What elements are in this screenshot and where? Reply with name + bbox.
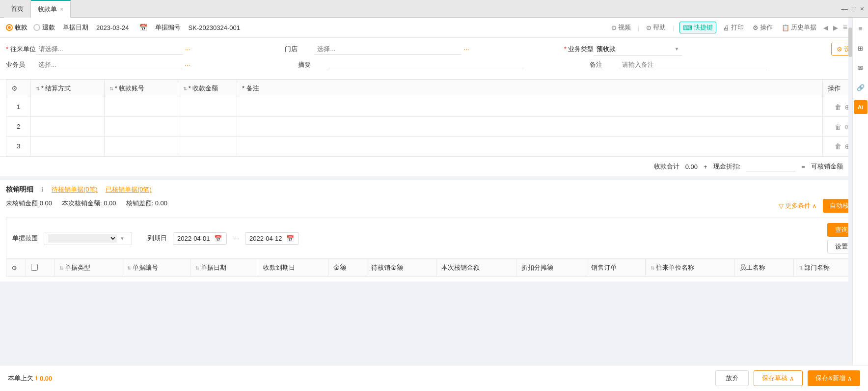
- row-1-settle[interactable]: [31, 97, 105, 117]
- col-header-settings[interactable]: ⚙: [6, 80, 31, 97]
- sidebar-icon-3-glyph: ✉: [858, 64, 863, 72]
- col-doc-no-label: 单据编号: [133, 264, 158, 271]
- counterparty-ellipsis[interactable]: ···: [185, 45, 191, 53]
- save-draft-button[interactable]: 保存草稿 ∧: [754, 370, 803, 386]
- col-employee-label: 员工名称: [740, 264, 765, 271]
- row-2-no: 2: [6, 117, 31, 137]
- operation-btn[interactable]: ⚙ 操作: [751, 22, 775, 33]
- row-3-no: 3: [6, 137, 31, 156]
- scrollbar-area[interactable]: [848, 18, 852, 391]
- table-gear-icon-2[interactable]: ⚙: [11, 264, 17, 272]
- sidebar-icon-4[interactable]: 🔗: [854, 81, 868, 94]
- save-new-button[interactable]: 保存&新增 ∧: [808, 370, 860, 386]
- end-date-calendar-icon[interactable]: 📅: [286, 235, 294, 242]
- sidebar-icon-3[interactable]: ✉: [854, 61, 868, 75]
- top-toolbar: 收款 退款 单据日期 2023-03-24 📅 单据编号 SK-20230324…: [0, 18, 868, 38]
- date-separator: —: [233, 235, 239, 242]
- video-btn[interactable]: ⊙ 视频: [609, 22, 633, 33]
- salesperson-input[interactable]: [35, 59, 183, 70]
- print-icon: 🖨: [723, 24, 730, 31]
- tab-collection-label: 收款单: [38, 5, 57, 14]
- print-label: 打印: [731, 23, 744, 32]
- view-list-icon[interactable]: ≡: [843, 23, 847, 32]
- start-date-calendar-icon[interactable]: 📅: [214, 235, 222, 242]
- calendar-icon[interactable]: 📅: [139, 24, 147, 31]
- scrollbar-thumb[interactable]: [848, 28, 852, 57]
- tab-close-icon[interactable]: ×: [60, 6, 63, 13]
- help-btn[interactable]: ⊙ 帮助: [644, 22, 668, 33]
- receipt-type-1[interactable]: 收款: [6, 23, 27, 32]
- diff-value: 0.00: [155, 199, 167, 207]
- nav-next-icon[interactable]: ▶: [833, 24, 838, 31]
- footer-info-icon[interactable]: ℹ: [35, 375, 38, 382]
- row-2-account[interactable]: [105, 117, 178, 137]
- select-all-checkbox[interactable]: [31, 264, 38, 271]
- salesperson-ellipsis[interactable]: ···: [185, 61, 190, 69]
- row-3-settle[interactable]: [31, 137, 105, 156]
- row-1-no: 1: [6, 97, 31, 117]
- this-time-label: 本次核销金额:: [62, 199, 102, 207]
- row-3-remark[interactable]: [237, 137, 823, 156]
- business-type-select[interactable]: 预收款 ▼: [594, 43, 682, 56]
- window-restore-icon[interactable]: □: [852, 5, 856, 13]
- sidebar-icon-2[interactable]: ⊞: [854, 41, 868, 55]
- footer-actions: 放弃 保存草稿 ∧ 保存&新增 ∧: [715, 370, 860, 386]
- business-type-label: 业务类型: [564, 45, 594, 54]
- table-area: ⚙ ⇅ * 结算方式 ⇅ * 收款账号 ⇅ * 收款金额: [0, 80, 868, 156]
- start-date-picker[interactable]: 2022-04-01 📅: [173, 232, 227, 245]
- summary-input[interactable]: [327, 59, 524, 70]
- row-3-account[interactable]: [105, 137, 178, 156]
- counterparty-field: 往来单位 ···: [6, 44, 265, 55]
- shortcut-btn[interactable]: ⌨ 快捷键: [679, 22, 716, 33]
- nav-prev-icon[interactable]: ◀: [823, 24, 828, 31]
- row-2-remark[interactable]: [237, 117, 823, 137]
- col-settle-label: * 结算方式: [41, 84, 71, 92]
- row-1-delete-icon[interactable]: 🗑: [835, 103, 841, 111]
- receipt-type-2[interactable]: 退款: [33, 23, 55, 32]
- abandon-button[interactable]: 放弃: [715, 370, 749, 386]
- col-header-remark: * 备注: [237, 80, 823, 97]
- done-tab-link[interactable]: 已核销单据(0笔): [106, 185, 152, 194]
- range-select[interactable]: [48, 234, 117, 243]
- window-close-icon[interactable]: ×: [860, 5, 864, 13]
- row-2-settle[interactable]: [31, 117, 105, 137]
- row-2-delete-icon[interactable]: 🗑: [835, 123, 841, 131]
- end-date-picker[interactable]: 2022-04-12 📅: [245, 232, 299, 245]
- writeoff-info-icon[interactable]: ℹ: [41, 186, 44, 193]
- row-2-amount[interactable]: [178, 117, 237, 137]
- row-1-account[interactable]: [105, 97, 178, 117]
- row-1-remark[interactable]: [237, 97, 823, 117]
- receipt-type-group: 收款 退款: [6, 23, 55, 32]
- store-input[interactable]: [314, 44, 461, 55]
- due-date-label: 到期日: [148, 234, 167, 243]
- table-gear-icon[interactable]: ⚙: [11, 84, 18, 92]
- more-conditions-label: 更多条件: [785, 201, 811, 210]
- window-controls: — □ ×: [841, 5, 864, 13]
- row-1-amount[interactable]: [178, 97, 237, 117]
- tab-collection[interactable]: 收款单 ×: [31, 0, 71, 18]
- tab-home[interactable]: 首页: [4, 0, 31, 18]
- sidebar-icon-1[interactable]: ≡: [854, 22, 868, 35]
- range-dropdown-icon: ▼: [120, 236, 125, 241]
- history-btn[interactable]: 📋 历史单据: [780, 22, 818, 33]
- discount-input[interactable]: [746, 162, 795, 171]
- row-3-delete-icon[interactable]: 🗑: [835, 142, 841, 150]
- discount-label: 现金折扣:: [713, 162, 741, 171]
- more-conditions-btn[interactable]: ▽ 更多条件 ∧: [779, 201, 817, 210]
- tab-bar: 首页 收款单 × — □ ×: [0, 0, 868, 18]
- row-3-amount[interactable]: [178, 137, 237, 156]
- col-header-account: ⇅ * 收款账号: [105, 80, 178, 97]
- window-minimize-icon[interactable]: —: [841, 5, 848, 13]
- print-btn[interactable]: 🖨 打印: [721, 22, 746, 33]
- range-select-wrapper[interactable]: ▼: [44, 232, 132, 245]
- counterparty-input[interactable]: [36, 44, 183, 55]
- store-ellipsis[interactable]: ···: [463, 45, 469, 53]
- end-date-value: 2022-04-12: [249, 235, 282, 242]
- net-amount-label: 可核销金额: [811, 162, 843, 171]
- notes-input[interactable]: [619, 59, 766, 70]
- pending-tab-link[interactable]: 待核销单据(0笔): [52, 185, 98, 194]
- col-action-label: 操作: [828, 84, 841, 92]
- sidebar-icon-4-glyph: 🔗: [857, 84, 865, 91]
- sidebar-icon-5[interactable]: Ai: [854, 100, 868, 114]
- store-label: 门店: [285, 45, 314, 54]
